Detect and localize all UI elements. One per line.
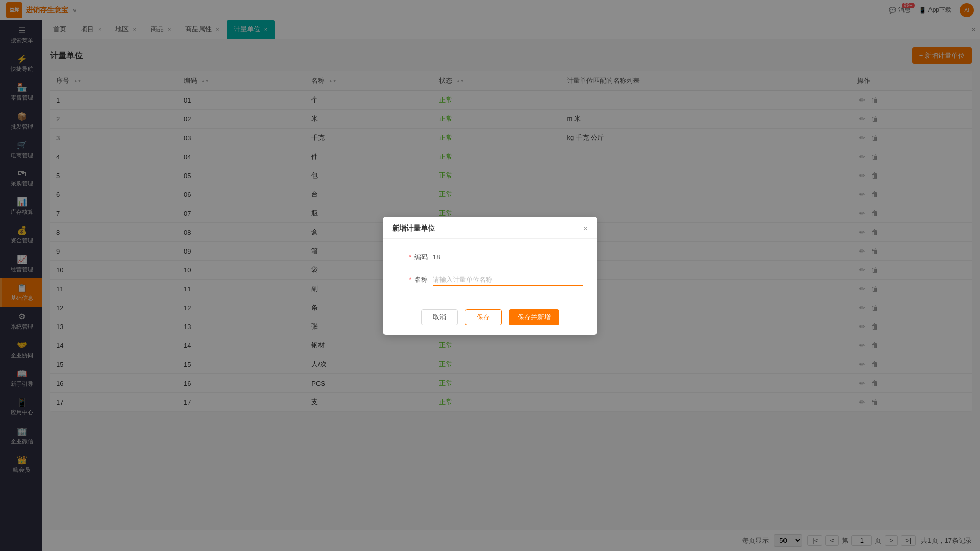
name-label-text: 名称 [414,276,428,283]
modal-close-button[interactable]: × [583,224,588,233]
name-input[interactable] [433,273,583,286]
modal-header: 新增计量单位 × [383,217,597,239]
code-label-text: 编码 [414,253,428,261]
code-required-mark: * [409,253,411,261]
modal-footer: 取消 保存 保存并新增 [383,304,597,335]
modal-title: 新增计量单位 [392,224,435,233]
add-unit-modal: 新增计量单位 × * 编码 * 名称 取消 保存 保存并新增 [383,217,597,335]
save-and-new-button[interactable]: 保存并新增 [509,309,559,325]
cancel-button[interactable]: 取消 [421,309,458,325]
name-label: * 名称 [397,275,428,284]
code-input[interactable] [433,251,583,263]
save-button[interactable]: 保存 [465,309,502,325]
modal-overlay: 新增计量单位 × * 编码 * 名称 取消 保存 保存并新增 [0,0,980,551]
code-label: * 编码 [397,253,428,262]
name-required-mark: * [409,276,411,283]
code-form-row: * 编码 [397,251,583,263]
name-form-row: * 名称 [397,273,583,286]
modal-body: * 编码 * 名称 [383,239,597,304]
